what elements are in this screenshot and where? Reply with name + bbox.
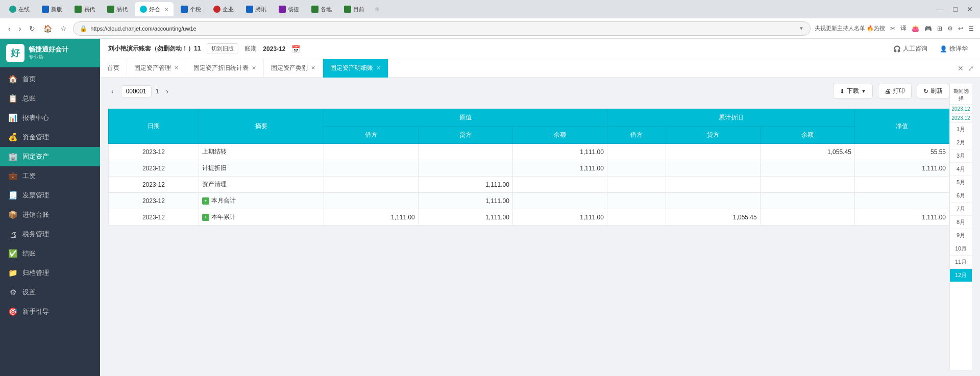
sidebar-item-beginner[interactable]: 🎯 新手引导	[0, 302, 100, 321]
settings-sidebar-icon: ⚙	[8, 288, 17, 297]
month-item-3[interactable]: 3月	[950, 149, 972, 163]
menu-icon[interactable]: ☰	[968, 25, 974, 32]
refresh-button[interactable]: ↻ 刷新	[917, 84, 949, 98]
sidebar-item-close-accounts[interactable]: ✅ 结账	[0, 244, 100, 263]
prev-record-button[interactable]: ‹	[108, 86, 117, 96]
tab-depreciation-stats[interactable]: 固定资产折旧统计表 ✕	[186, 59, 264, 78]
tab-close-depreciation[interactable]: ✕	[252, 65, 256, 71]
tab-home[interactable]: 首页	[100, 59, 127, 78]
sidebar-item-salary[interactable]: 💼 工资	[0, 166, 100, 186]
home-button[interactable]: 🏠	[41, 22, 54, 35]
browser-tab-new[interactable]: 新版	[37, 2, 67, 16]
browser-tab-geshui[interactable]: 个税	[176, 2, 206, 16]
month-item-11[interactable]: 11月	[950, 256, 972, 269]
cell-net-value: 1,111.00	[854, 160, 949, 177]
ai-service-button[interactable]: 🎧 人工咨询	[889, 42, 932, 55]
cell-orig-debit	[324, 160, 418, 177]
browser-tab-muqian[interactable]: 目前	[339, 2, 370, 16]
next-record-button[interactable]: ›	[163, 86, 172, 96]
browser-tab-gedi[interactable]: 各地	[306, 2, 337, 16]
col-accum-balance: 余额	[760, 127, 854, 144]
sidebar-item-home[interactable]: 🏠 首页	[0, 69, 100, 89]
month-item-4[interactable]: 4月	[950, 163, 972, 176]
month-item-10[interactable]: 10月	[950, 242, 972, 256]
sidebar-item-report-center[interactable]: 📊 报表中心	[0, 108, 100, 128]
col-orig-balance: 余额	[512, 127, 607, 144]
month-item-12[interactable]: 12月	[950, 269, 972, 282]
tab-close-detail[interactable]: ✕	[376, 65, 381, 71]
new-tab-button[interactable]: +	[372, 5, 382, 14]
translate-icon[interactable]: 译	[900, 24, 906, 33]
cell-accum-credit	[666, 160, 760, 177]
month-item-5[interactable]: 5月	[950, 176, 972, 189]
back-button[interactable]: ‹	[6, 22, 13, 35]
month-item-2[interactable]: 2月	[950, 136, 972, 149]
tab-fixed-assets-management[interactable]: 固定资产管理 ✕	[127, 59, 186, 78]
panel-close-button[interactable]: ✕	[958, 64, 964, 72]
close-button[interactable]: ✕	[964, 4, 976, 14]
logo-icon: 好	[6, 44, 24, 62]
browser-tab-changjie[interactable]: 畅捷	[274, 2, 304, 16]
table-row[interactable]: 2023-12 +本年累计 1,111.00 1,111.00 1,111.00…	[109, 209, 949, 225]
browser-tab-tengxun[interactable]: 腾讯	[241, 2, 272, 16]
period-start-date[interactable]: 2023.12	[950, 105, 972, 114]
tab-asset-category[interactable]: 固定资产类别 ✕	[264, 59, 323, 78]
reload-button[interactable]: ↻	[27, 22, 37, 35]
col-orig-debit: 借方	[324, 127, 418, 144]
table-row[interactable]: 2023-12 计提折旧 1,111.00 1,111.00	[109, 160, 949, 177]
search-box[interactable]: 央视更新主持人名单 🔥热搜	[815, 24, 885, 32]
download-button[interactable]: ⬇ 下载 ▼	[833, 84, 873, 98]
month-item-8[interactable]: 8月	[950, 216, 972, 229]
browser-tab-yidai2[interactable]: 易代	[102, 2, 133, 16]
table-row[interactable]: 2023-12 上期结转 1,111.00 1,055.45 55.55	[109, 144, 949, 160]
tab-close-category[interactable]: ✕	[311, 65, 315, 71]
tab-close-haokuai[interactable]: ✕	[164, 7, 168, 12]
main-panel: ‹ 1 › ⬇ 下载 ▼ 🖨 打印	[108, 84, 949, 370]
forward-button[interactable]: ›	[17, 22, 23, 35]
tab-asset-detail[interactable]: 固定资产明细账 ✕	[323, 59, 388, 78]
minimize-button[interactable]: —	[934, 4, 947, 14]
print-button[interactable]: 🖨 打印	[878, 84, 912, 98]
period-edit-icon[interactable]: 📅	[291, 45, 300, 53]
sidebar-item-invoice[interactable]: 🧾 发票管理	[0, 186, 100, 205]
col-net-value-header: 净值	[854, 109, 949, 144]
tab-close-management[interactable]: ✕	[174, 65, 179, 71]
browser-tab-qiye[interactable]: 企业	[208, 2, 239, 16]
scissors-icon[interactable]: ✂	[890, 25, 895, 32]
sidebar-item-archive[interactable]: 📁 归档管理	[0, 263, 100, 283]
month-item-1[interactable]: 1月	[950, 123, 972, 136]
cell-net-value: 55.55	[854, 144, 949, 160]
month-item-9[interactable]: 9月	[950, 229, 972, 242]
user-profile-button[interactable]: 👤 徐泽华	[936, 42, 972, 55]
wallet-icon[interactable]: 👛	[912, 25, 919, 32]
period-panel: 期间选择 2023.12 2023.12 1月2月3月4月5月6月7月8月9月1…	[949, 84, 972, 370]
settings-icon[interactable]: ⚙	[947, 25, 953, 32]
month-item-7[interactable]: 7月	[950, 203, 972, 216]
grid-icon[interactable]: ⊞	[937, 25, 942, 32]
cell-summary: 资产清理	[199, 177, 324, 193]
sidebar-item-purchase-sales[interactable]: 📦 进销台账	[0, 205, 100, 224]
browser-tab-online[interactable]: 在线	[4, 2, 35, 16]
sidebar-item-general-ledger[interactable]: 📋 总账	[0, 89, 100, 108]
browser-tab-haokuai[interactable]: 好会 ✕	[135, 2, 174, 16]
address-bar[interactable]: 🔒 https://cloud.chanjet.com/accounting/u…	[73, 21, 811, 36]
cell-accum-debit	[607, 144, 666, 160]
undo-icon[interactable]: ↩	[958, 25, 963, 32]
headset-icon: 🎧	[893, 45, 901, 53]
sidebar-nav: 🏠 首页 📋 总账 📊 报表中心 💰 资金管理 🏢 固定资产 💼 工资	[0, 67, 100, 376]
bookmark-button[interactable]: ☆	[58, 22, 69, 35]
game-icon[interactable]: 🎮	[924, 25, 932, 32]
browser-tab-yidai1[interactable]: 易代	[69, 2, 100, 16]
table-row[interactable]: 2023-12 资产清理 1,111.00	[109, 177, 949, 193]
sidebar-item-fund-management[interactable]: 💰 资金管理	[0, 128, 100, 147]
panel-expand-button[interactable]: ⤢	[968, 64, 974, 72]
period-end-date[interactable]: 2023.12	[950, 114, 972, 123]
sidebar-item-tax[interactable]: 🖨 税务管理	[0, 224, 100, 244]
switch-version-button[interactable]: 切到旧版	[207, 43, 238, 54]
sidebar-item-settings[interactable]: ⚙ 设置	[0, 283, 100, 302]
sidebar-item-fixed-assets[interactable]: 🏢 固定资产	[0, 147, 100, 166]
table-row[interactable]: 2023-12 +本月合计 1,111.00	[109, 193, 949, 209]
record-number-input[interactable]	[121, 85, 152, 97]
maximize-button[interactable]: □	[950, 4, 961, 14]
month-item-6[interactable]: 6月	[950, 189, 972, 203]
